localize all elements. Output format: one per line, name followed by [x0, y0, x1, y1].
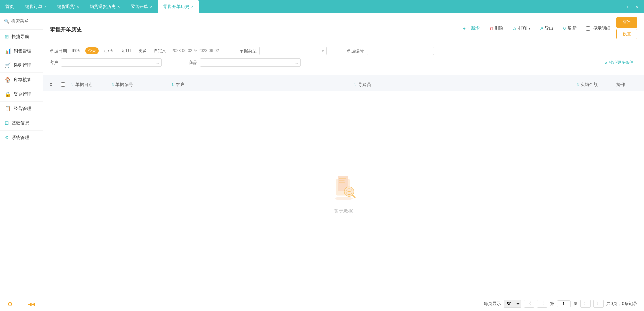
per-page-label: 每页显示 [484, 301, 501, 307]
sort-customer-icon[interactable]: ⇅ [172, 83, 175, 86]
collapse-label: 收起更多条件 [609, 60, 633, 65]
date-1month-btn[interactable]: 近1月 [118, 47, 134, 54]
query-button[interactable]: 查询 [616, 17, 637, 28]
column-settings-icon[interactable]: ⚙ [49, 82, 53, 87]
tab-retail-open-label: 零售开单 [131, 4, 148, 10]
tab-retail-history-close[interactable]: × [191, 5, 193, 9]
tab-sales-return-history[interactable]: 销货退货历史 × [84, 0, 125, 13]
basic-info-icon: ⊡ [5, 120, 9, 126]
sidebar-item-sales-mgmt[interactable]: 📊 销售管理 [0, 44, 43, 58]
display-detail-button[interactable]: 显示明细 [583, 23, 614, 33]
window-min-button[interactable]: — [616, 4, 624, 10]
finance-icon: 🔒 [5, 91, 11, 97]
goods-dots: ... [295, 60, 298, 65]
customer-input-wrapper: ... [61, 58, 162, 67]
export-button[interactable]: ↗ 导出 [536, 23, 557, 33]
tab-retail-open-close[interactable]: × [150, 5, 152, 9]
sort-docno-icon[interactable]: ⇅ [111, 83, 114, 86]
collapse-button[interactable]: ∧ 收起更多条件 [601, 58, 637, 67]
sidebar-item-purchase-mgmt[interactable]: 🛒 采购管理 [0, 58, 43, 73]
sidebar-item-finance[interactable]: 🔒 资金管理 [0, 87, 43, 102]
top-nav-bar: 首页 销售订单 × 销货退货 × 销货退货历史 × 零售开单 × 零售开单历史 … [0, 0, 644, 13]
tab-retail-history-label: 零售开单历史 [163, 4, 189, 10]
select-all-checkbox[interactable] [61, 82, 65, 87]
prev-page-button[interactable]: 〈 [537, 300, 547, 308]
last-page-button[interactable]: 》 [593, 300, 604, 308]
refresh-icon: ↻ [563, 26, 566, 31]
collapse-wrapper: ∧ 收起更多条件 [601, 58, 637, 67]
main-layout: 🔍 搜索采单 ⊞ 快捷导航 📊 销售管理 🛒 采购管理 🏠 库存核算 🔒 资金管… [0, 13, 644, 311]
col-docno-label: 单据编号 [115, 82, 133, 88]
sidebar-search[interactable]: 🔍 搜索采单 [0, 13, 43, 30]
sidebar-settings-button[interactable]: ⚙ [7, 300, 13, 308]
print-button[interactable]: 🖨 打印 ▾ [509, 23, 534, 33]
col-amount: ⇅ 实销金额 [574, 82, 614, 88]
tab-sales-return-history-close[interactable]: × [118, 5, 120, 9]
window-max-button[interactable]: □ [626, 4, 632, 10]
sort-amount-icon[interactable]: ⇅ [576, 83, 579, 86]
per-page-select[interactable]: 50 100 200 [504, 300, 521, 308]
window-close-button[interactable]: × [633, 4, 640, 10]
doctype-select-wrapper [259, 47, 327, 55]
sort-date-icon[interactable]: ⇅ [71, 83, 74, 86]
date-more-btn[interactable]: 更多 [136, 47, 149, 54]
col-docno: ⇅ 单据编号 [109, 82, 169, 88]
page-of-label: 页 [573, 301, 578, 307]
goods-input[interactable] [200, 58, 301, 67]
display-detail-label: 显示明细 [593, 25, 610, 31]
sidebar-item-quick-nav[interactable]: ⊞ 快捷导航 [0, 30, 43, 44]
svg-rect-4 [339, 180, 344, 181]
page-input[interactable] [557, 300, 571, 307]
refresh-button[interactable]: ↻ 刷新 [559, 23, 580, 33]
date-7days-btn[interactable]: 近7天 [101, 47, 116, 54]
page-label: 第 [550, 301, 554, 307]
ops-mgmt-icon: 📋 [5, 106, 11, 112]
tab-sales-order-label: 销售订单 [25, 4, 42, 10]
add-button[interactable]: + + 新增 [460, 23, 483, 33]
date-custom-btn[interactable]: 自定义 [151, 47, 169, 54]
doctype-select[interactable] [259, 47, 327, 55]
display-detail-checkbox[interactable] [586, 26, 590, 31]
tab-sales-return[interactable]: 销货退货 × [52, 0, 84, 13]
customer-input[interactable] [61, 58, 162, 67]
tab-retail-open[interactable]: 零售开单 × [125, 0, 157, 13]
empty-icon [329, 173, 359, 203]
sidebar-item-inventory[interactable]: 🏠 库存核算 [0, 73, 43, 87]
delete-button[interactable]: 🗑 删除 [486, 23, 507, 33]
sidebar-item-sales-mgmt-label: 销售管理 [14, 48, 31, 54]
filter-goods-label: 商品 [189, 60, 197, 66]
total-info: 共0页，0条记录 [606, 301, 637, 307]
sidebar-bottom: ⚙ ◀◀ [0, 297, 43, 311]
sys-mgmt-icon: ⚙ [5, 135, 9, 141]
first-page-button[interactable]: 《 [524, 300, 534, 308]
svg-rect-3 [339, 178, 346, 179]
filter-date-group: 昨天 今天 近7天 近1月 更多 自定义 [70, 47, 169, 54]
date-yesterday-btn[interactable]: 昨天 [70, 47, 83, 54]
sidebar-item-ops-mgmt[interactable]: 📋 经营管理 [0, 102, 43, 116]
col-customer: ⇅ 客户 [169, 82, 351, 88]
sidebar-item-basic-info[interactable]: ⊡ 基础信息 [0, 116, 43, 131]
tab-retail-history[interactable]: 零售开单历史 × [158, 0, 199, 13]
pagination: 每页显示 50 100 200 《 〈 第 页 〉 》 共0页，0条记录 [43, 296, 644, 311]
docno-input[interactable] [367, 47, 434, 55]
tab-home[interactable]: 首页 [0, 0, 19, 13]
tab-sales-return-close[interactable]: × [77, 5, 79, 9]
col-customer-label: 客户 [176, 82, 185, 88]
col-date: ⇅ 单据日期 [68, 82, 109, 88]
tab-sales-order[interactable]: 销售订单 × [19, 0, 52, 13]
sidebar-item-finance-label: 资金管理 [14, 91, 31, 97]
tab-home-label: 首页 [5, 4, 14, 10]
sort-guide-icon[interactable]: ⇅ [354, 83, 357, 86]
sidebar-item-sys-mgmt[interactable]: ⚙ 系统管理 [0, 131, 43, 145]
next-page-button[interactable]: 〉 [580, 300, 591, 308]
sidebar-collapse-button[interactable]: ◀◀ [28, 301, 35, 307]
filter-docno: 单据编号 [347, 47, 434, 55]
sidebar: 🔍 搜索采单 ⊞ 快捷导航 📊 销售管理 🛒 采购管理 🏠 库存核算 🔒 资金管… [0, 13, 43, 311]
svg-point-0 [335, 197, 353, 200]
date-today-btn[interactable]: 今天 [85, 47, 99, 54]
window-controls: — □ × [616, 4, 644, 10]
setting-button[interactable]: 设置 [616, 29, 637, 39]
tab-sales-order-close[interactable]: × [44, 5, 46, 9]
sidebar-item-ops-mgmt-label: 经营管理 [14, 106, 31, 112]
table-header: ⚙ ⇅ 单据日期 ⇅ 单据编号 ⇅ 客户 ⇅ [43, 78, 644, 91]
